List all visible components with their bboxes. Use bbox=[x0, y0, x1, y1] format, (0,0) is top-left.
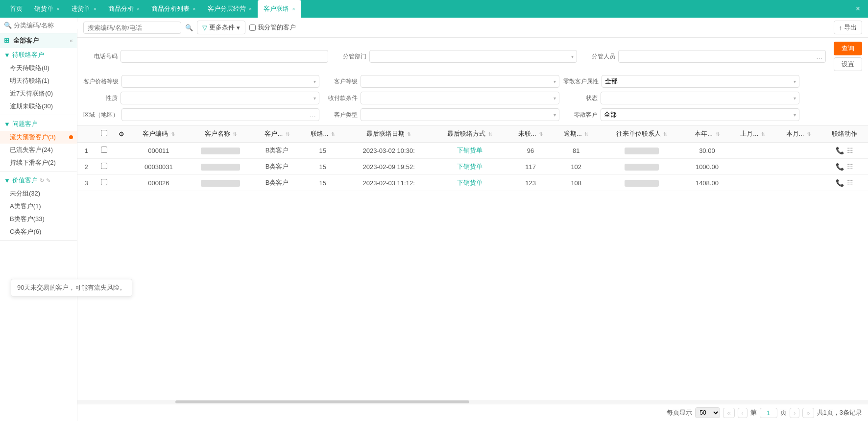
status-select[interactable]: ▾ bbox=[601, 92, 799, 104]
contact-method-link[interactable]: 下销货单 bbox=[457, 147, 482, 154]
sidebar-item-churn-warning[interactable]: 流失预警客户(3) bbox=[0, 131, 77, 144]
prev-page-button[interactable]: ‹ bbox=[738, 408, 747, 418]
row-checkbox[interactable] bbox=[101, 163, 107, 169]
code-sort-icon[interactable]: ⇅ bbox=[171, 131, 175, 137]
sidebar-all-customers[interactable]: ⊞ 全部客户 « bbox=[0, 33, 77, 48]
contact-action-icon[interactable]: 📞 bbox=[836, 163, 844, 171]
cell-checkbox[interactable] bbox=[95, 175, 113, 191]
close-tab-customer-contact[interactable]: × bbox=[292, 6, 295, 12]
sidebar-item-class-c[interactable]: C类客户(6) bbox=[0, 225, 77, 238]
more-action-icon[interactable]: ☷ bbox=[847, 179, 853, 187]
page-size-select[interactable]: 50 100 200 bbox=[695, 407, 720, 418]
date-sort-icon[interactable]: ⇅ bbox=[407, 131, 411, 137]
tab-customer-contact[interactable]: 客户联络 × bbox=[258, 0, 301, 18]
contact-method-link[interactable]: 下销货单 bbox=[457, 163, 482, 170]
contact-method-link[interactable]: 下销货单 bbox=[457, 179, 482, 186]
sidebar-item-declining[interactable]: 持续下滑客户(2) bbox=[0, 156, 77, 169]
sidebar-item-7days[interactable]: 近7天待联络(0) bbox=[0, 87, 77, 100]
sidebar-section-problem[interactable]: ▼ 问题客户 bbox=[0, 117, 77, 131]
export-button[interactable]: ↑ 导出 bbox=[834, 21, 863, 34]
tab-goods-analysis-list[interactable]: 商品分析列表 × bbox=[145, 0, 201, 18]
region-more-icon[interactable]: … bbox=[310, 111, 316, 119]
sidebar-section-value[interactable]: ▼ 价值客户 ↻ ✎ bbox=[0, 173, 77, 187]
row-checkbox[interactable] bbox=[101, 147, 107, 153]
search-input[interactable] bbox=[83, 22, 181, 34]
contact-sort-icon[interactable]: ⇅ bbox=[331, 131, 335, 137]
overdue-sort-icon[interactable]: ⇅ bbox=[584, 131, 588, 137]
cell-last-contact-method[interactable]: 下销货单 bbox=[432, 175, 508, 191]
sidebar-item-class-b[interactable]: B类客户(33) bbox=[0, 213, 77, 225]
tab-goods-analysis[interactable]: 商品分析 × bbox=[102, 0, 145, 18]
more-action-icon[interactable]: ☷ bbox=[847, 163, 853, 171]
tab-home[interactable]: 首页 bbox=[4, 0, 28, 18]
no-contact-sort-icon[interactable]: ⇅ bbox=[539, 131, 543, 137]
manager-more-icon[interactable]: … bbox=[816, 53, 822, 60]
cell-checkbox[interactable] bbox=[95, 159, 113, 175]
filter-field-payment: 收付款条件 ▾ bbox=[323, 92, 559, 104]
phone-input[interactable] bbox=[121, 50, 328, 63]
sidebar-item-tomorrow[interactable]: 明天待联络(1) bbox=[0, 74, 77, 87]
sidebar-collapse-icon[interactable]: « bbox=[70, 37, 73, 44]
sidebar-item-class-a[interactable]: A类客户(1) bbox=[0, 200, 77, 213]
value-refresh-icon[interactable]: ↻ bbox=[40, 177, 44, 184]
close-tab-purchase[interactable]: × bbox=[93, 6, 96, 12]
close-tab-sales[interactable]: × bbox=[56, 6, 59, 12]
contact-action-icon[interactable]: 📞 bbox=[836, 147, 844, 154]
select-all-checkbox[interactable] bbox=[101, 130, 107, 136]
name-sort-icon[interactable]: ⇅ bbox=[233, 131, 237, 137]
cell-checkbox[interactable] bbox=[95, 143, 113, 159]
row-checkbox[interactable] bbox=[101, 179, 107, 185]
sidebar-item-today[interactable]: 今天待联络(0) bbox=[0, 62, 77, 74]
type-sort-icon[interactable]: ⇅ bbox=[286, 131, 289, 137]
last-page-button[interactable]: » bbox=[802, 408, 814, 418]
close-tab-goods-analysis[interactable]: × bbox=[137, 6, 140, 12]
price-level-select[interactable]: ▾ bbox=[121, 75, 319, 88]
sidebar-section-pending[interactable]: ▼ 待联络客户 bbox=[0, 48, 77, 62]
more-action-icon[interactable]: ☷ bbox=[847, 147, 853, 154]
dept-select[interactable]: ▾ bbox=[369, 50, 577, 63]
customer-type-select[interactable]: ▾ bbox=[361, 108, 559, 121]
horizontal-scrollbar[interactable] bbox=[77, 400, 868, 404]
tab-purchase[interactable]: 进货单 × bbox=[65, 0, 102, 18]
sidebar-item-ungrouped[interactable]: 未分组(32) bbox=[0, 187, 77, 200]
this-year-sort-icon[interactable]: ⇅ bbox=[716, 131, 720, 137]
value-edit-icon[interactable]: ✎ bbox=[46, 177, 50, 184]
my-customers-checkbox[interactable]: 我分管的客户 bbox=[249, 23, 296, 32]
nature-select[interactable]: ▾ bbox=[121, 92, 319, 104]
col-settings[interactable]: ⚙ bbox=[113, 125, 130, 143]
cell-this-year-amount: 1000.00 bbox=[684, 159, 730, 175]
cell-last-contact-method[interactable]: 下销货单 bbox=[432, 159, 508, 175]
close-tab-customer-tier[interactable]: × bbox=[249, 6, 252, 12]
retail-attr-select[interactable]: 全部 ▾ bbox=[602, 75, 799, 88]
region-select[interactable]: … bbox=[121, 108, 319, 121]
tab-sales[interactable]: 销货单 × bbox=[28, 0, 65, 18]
col-checkbox[interactable] bbox=[95, 125, 113, 143]
more-conditions-button[interactable]: ▽ 更多条件 ▾ bbox=[197, 21, 245, 34]
retail-customer-select[interactable]: 全部 ▾ bbox=[601, 108, 799, 121]
my-customers-check[interactable] bbox=[249, 25, 256, 31]
last-month-sort-icon[interactable]: ⇅ bbox=[761, 131, 765, 137]
sidebar-item-churned[interactable]: 已流失客户(24) bbox=[0, 144, 77, 156]
price-level-label: 客户价格等级 bbox=[83, 77, 119, 86]
contact-action-icon[interactable]: 📞 bbox=[836, 179, 844, 187]
sidebar-item-overdue-contact[interactable]: 逾期未联络(30) bbox=[0, 100, 77, 113]
manager-select[interactable]: … bbox=[618, 50, 826, 63]
next-page-button[interactable]: › bbox=[790, 408, 799, 418]
method-sort-icon[interactable]: ⇅ bbox=[488, 131, 492, 137]
close-all-button[interactable]: × bbox=[852, 4, 864, 13]
cell-last-contact-method[interactable]: 下销货单 bbox=[432, 143, 508, 159]
tab-customer-tier[interactable]: 客户分层经营 × bbox=[202, 0, 258, 18]
scrollbar-thumb[interactable] bbox=[175, 400, 469, 403]
page-number-input[interactable] bbox=[760, 408, 777, 418]
table-row: 1000011B类客户152023-03-02 10:30:下销货单968130… bbox=[77, 143, 868, 159]
payment-select[interactable]: ▾ bbox=[361, 92, 559, 104]
query-button[interactable]: 查询 bbox=[834, 42, 862, 55]
first-page-button[interactable]: « bbox=[723, 408, 734, 418]
filter-search-icon[interactable]: 🔍 bbox=[185, 24, 193, 31]
close-tab-goods-list[interactable]: × bbox=[193, 6, 195, 12]
unit-sort-icon[interactable]: ⇅ bbox=[663, 131, 667, 137]
customer-level-select[interactable]: ▾ bbox=[361, 75, 559, 88]
this-month-sort-icon[interactable]: ⇅ bbox=[807, 131, 811, 137]
settings-button[interactable]: 设置 bbox=[834, 57, 862, 71]
table-settings-icon[interactable]: ⚙ bbox=[119, 130, 124, 138]
